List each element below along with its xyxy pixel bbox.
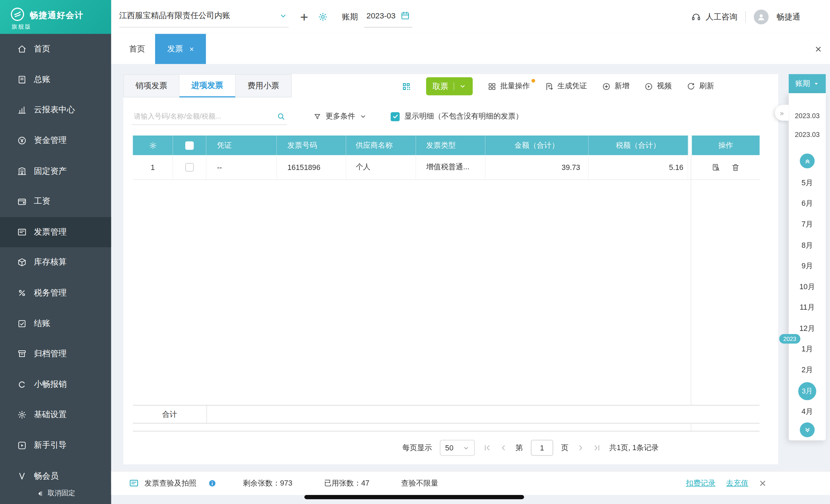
- show-detail-checkbox[interactable]: [391, 112, 400, 121]
- sidebar-item-label: 小畅报销: [34, 379, 66, 390]
- search-input[interactable]: [133, 112, 272, 121]
- header-invoice-type[interactable]: 发票类型: [416, 136, 486, 155]
- tab-invoice[interactable]: 发票 ×: [155, 34, 206, 64]
- invoice-check-label[interactable]: 发票查验及拍照: [145, 479, 196, 488]
- month-item[interactable]: 7月: [789, 214, 826, 235]
- header-supplier[interactable]: 供应商名称: [346, 136, 416, 155]
- footer-close-icon[interactable]: ✕: [759, 478, 767, 489]
- support-button[interactable]: 人工咨询: [691, 12, 737, 22]
- subtab-expense-receipt[interactable]: 费用小票: [236, 74, 292, 97]
- sidebar-item-inventory[interactable]: 库存核算: [0, 247, 111, 278]
- add-new-label: 新增: [615, 82, 629, 91]
- avatar[interactable]: [754, 9, 769, 24]
- sidebar-item-funds[interactable]: 资金管理: [0, 125, 111, 156]
- column-settings-gear-icon[interactable]: [133, 136, 173, 155]
- more-conditions-button[interactable]: 更多条件: [314, 112, 367, 121]
- view-detail-icon[interactable]: [711, 163, 721, 172]
- header-amount-total[interactable]: 金额（合计）: [486, 136, 589, 155]
- period-entry[interactable]: 2023.03: [789, 106, 826, 125]
- video-label: 视频: [657, 82, 672, 91]
- scroll-down-button[interactable]: [800, 422, 815, 437]
- headset-icon: [691, 12, 701, 22]
- next-page-icon[interactable]: [577, 444, 585, 452]
- month-item[interactable]: 8月: [789, 235, 826, 256]
- chevron-down-icon: [359, 113, 367, 121]
- brand-logo[interactable]: 畅捷通好会计 旗舰版: [0, 0, 111, 34]
- account-settings-gear-icon[interactable]: [318, 12, 328, 22]
- row-checkbox[interactable]: [173, 155, 206, 180]
- sidebar-item-settings[interactable]: 基础设置: [0, 400, 111, 430]
- report-chart-icon: [17, 105, 27, 115]
- period-entry[interactable]: 2023.03: [789, 125, 826, 144]
- qr-scan-icon[interactable]: [401, 81, 411, 91]
- header-invoice-number[interactable]: 发票号码: [277, 136, 347, 155]
- table-row[interactable]: 1 -- 16151896 个人 增值税普通... 39.73 5.16: [133, 155, 759, 180]
- close-page-icon[interactable]: ×: [815, 43, 822, 56]
- year-badge: 2023: [779, 334, 800, 343]
- sidebar-item-label: 归档管理: [34, 348, 66, 359]
- add-account-button[interactable]: +: [300, 10, 308, 24]
- sidebar-item-cloud-reports[interactable]: 云报表中心: [0, 95, 111, 125]
- sidebar-item-tax[interactable]: 税务管理: [0, 278, 111, 308]
- fetch-invoice-button[interactable]: 取票: [426, 77, 473, 95]
- month-item[interactable]: 11月: [789, 298, 826, 318]
- sidebar-item-general-ledger[interactable]: 总账: [0, 64, 111, 95]
- cell-amount: 39.73: [486, 155, 589, 180]
- subtab-purchase-invoice[interactable]: 进项发票: [179, 74, 235, 97]
- funds-icon: [17, 136, 27, 146]
- tab-home[interactable]: 首页: [119, 34, 155, 64]
- invoice-check-icon: [129, 478, 139, 488]
- company-selector[interactable]: 江西服宝精品有限责任公司内账: [119, 6, 288, 27]
- more-conditions-label: 更多条件: [326, 112, 355, 121]
- period-panel-button[interactable]: 账期: [789, 74, 826, 93]
- sidebar-item-archive[interactable]: 归档管理: [0, 339, 111, 369]
- delete-trash-icon[interactable]: [731, 163, 740, 172]
- sidebar-item-guide[interactable]: 新手引导: [0, 430, 111, 461]
- sidebar-item-label: 资金管理: [34, 135, 66, 146]
- refresh-button[interactable]: 刷新: [686, 82, 714, 91]
- month-item[interactable]: 10月: [789, 277, 826, 298]
- tab-close-icon[interactable]: ×: [189, 45, 194, 52]
- info-icon[interactable]: [208, 479, 217, 487]
- sidebar-item-home[interactable]: 首页: [0, 34, 111, 64]
- fee-record-link[interactable]: 扣费记录: [686, 479, 715, 488]
- cell-invoice-type: 增值税普通...: [416, 155, 486, 180]
- scroll-up-button[interactable]: [800, 154, 815, 169]
- sidebar-item-invoice-management[interactable]: 发票管理: [0, 217, 111, 247]
- first-page-icon[interactable]: [483, 444, 491, 452]
- month-item[interactable]: 2月: [789, 360, 826, 381]
- month-item[interactable]: 5月: [789, 172, 826, 193]
- month-item[interactable]: 4月: [789, 401, 826, 422]
- video-button[interactable]: 视频: [644, 82, 672, 91]
- month-item[interactable]: 6月: [789, 193, 826, 214]
- add-new-button[interactable]: 新增: [602, 82, 629, 91]
- per-page-select[interactable]: 50: [440, 440, 475, 456]
- generate-voucher-button[interactable]: 生成凭证: [545, 82, 587, 91]
- sidebar-item-payroll[interactable]: 工资: [0, 186, 111, 217]
- last-page-icon[interactable]: [593, 444, 601, 452]
- sidebar-item-reimburse[interactable]: 小畅报销: [0, 369, 111, 400]
- page-number-input[interactable]: [531, 440, 553, 456]
- sidebar-item-fixed-assets[interactable]: 固定资产: [0, 156, 111, 186]
- batch-operation-button[interactable]: 批量操作: [488, 82, 530, 91]
- recharge-link[interactable]: 去充值: [726, 479, 748, 488]
- header-voucher[interactable]: 凭证: [206, 136, 277, 155]
- search-icon[interactable]: [276, 112, 286, 121]
- prev-page-icon[interactable]: [499, 444, 507, 452]
- period-date-picker[interactable]: 2023-03: [364, 6, 413, 27]
- collapse-panel-handle[interactable]: »: [775, 105, 789, 121]
- select-all-checkbox[interactable]: [173, 136, 206, 155]
- chevron-down-icon[interactable]: [454, 83, 466, 90]
- sidebar-item-label: 税务管理: [34, 287, 66, 299]
- header-tax-total[interactable]: 税额（合计）: [589, 136, 688, 155]
- sidebar-item-closing[interactable]: 结账: [0, 308, 111, 339]
- subtab-sales-invoice[interactable]: 销项发票: [123, 74, 179, 97]
- home-indicator-bar[interactable]: [304, 495, 524, 499]
- username[interactable]: 畅捷通: [776, 12, 800, 22]
- unpin-sidebar-button[interactable]: 取消固定: [0, 483, 111, 504]
- show-detail-checkbox-row[interactable]: 显示明细（不包含没有明细的发票）: [391, 112, 523, 121]
- per-page-label: 每页显示: [402, 443, 432, 453]
- search-box: [132, 108, 287, 124]
- month-item[interactable]: 9月: [789, 256, 826, 277]
- month-item-selected[interactable]: 3月: [789, 381, 826, 401]
